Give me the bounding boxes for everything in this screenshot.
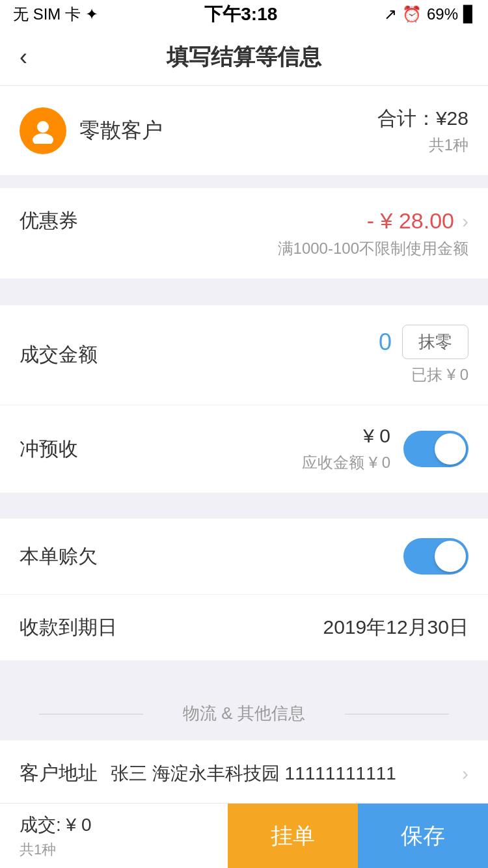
customer-name: 零散客户 xyxy=(79,116,163,145)
coupon-row[interactable]: 优惠券 - ¥ 28.00 › 满1000-100不限制使用金额 xyxy=(0,188,488,279)
bottom-info: 成交: ¥ 0 共1种 xyxy=(0,804,228,868)
coupon-section: 优惠券 - ¥ 28.00 › 满1000-100不限制使用金额 xyxy=(0,188,488,279)
customer-section: 零散客户 合计：¥28 共1种 xyxy=(0,86,488,175)
prepay-toggle[interactable] xyxy=(403,431,468,467)
coupon-chevron-icon: › xyxy=(462,210,468,232)
address-section[interactable]: 客户地址 张三 海淀永丰科技园 11111111111 › xyxy=(0,740,488,806)
customer-right: 合计：¥28 共1种 xyxy=(377,105,468,156)
no-sim-text: 无 SIM 卡 ✦ xyxy=(13,4,98,25)
battery-icon: ▊ xyxy=(463,5,475,23)
bottom-amount-value: ¥ 0 xyxy=(66,815,92,835)
prepay-toggle-knob xyxy=(435,433,466,465)
transaction-section: 成交金额 0 抹零 已抹 ¥ 0 冲预收 ¥ 0 应收金额 ¥ 0 xyxy=(0,305,488,493)
logistics-title: 物流 & 其他信息 xyxy=(183,703,305,723)
save-button[interactable]: 保存 xyxy=(358,804,488,868)
bottom-amount: 成交: ¥ 0 xyxy=(20,813,208,837)
deal-amount-value[interactable]: 0 xyxy=(379,329,392,356)
coupon-discount: - ¥ 28.00 xyxy=(367,208,454,234)
bottom-amount-label: 成交: xyxy=(20,815,61,835)
address-chevron-icon: › xyxy=(462,763,468,785)
address-value: 张三 海淀永丰科技园 11111111111 xyxy=(111,761,462,786)
nav-bar: ‹ 填写结算等信息 xyxy=(0,29,488,86)
battery-text: 69% xyxy=(427,5,458,23)
status-right: ↗ ⏰ 69% ▊ xyxy=(384,5,475,23)
hang-button[interactable]: 挂单 xyxy=(228,804,358,868)
due-date-label: 收款到期日 xyxy=(20,614,117,641)
svg-point-0 xyxy=(37,121,49,133)
customer-left: 零散客户 xyxy=(20,107,163,154)
due-date-value: 2019年12月30日 xyxy=(323,614,468,641)
deal-amount-row: 成交金额 0 抹零 已抹 ¥ 0 xyxy=(0,305,488,405)
divider-1 xyxy=(0,292,488,305)
location-icon: ↗ xyxy=(384,5,397,23)
divider-2 xyxy=(0,506,488,519)
bottom-count: 共1种 xyxy=(20,840,208,860)
prepay-sub: 应收金额 ¥ 0 xyxy=(302,452,390,473)
back-button[interactable]: ‹ xyxy=(20,44,27,71)
credit-toggle-knob xyxy=(435,541,466,572)
status-bar: 无 SIM 卡 ✦ 下午3:18 ↗ ⏰ 69% ▊ xyxy=(0,0,488,29)
address-label: 客户地址 xyxy=(20,760,98,787)
status-left: 无 SIM 卡 ✦ xyxy=(13,4,98,25)
address-row[interactable]: 客户地址 张三 海淀永丰科技园 11111111111 › xyxy=(0,740,488,806)
credit-label: 本单赊欠 xyxy=(20,543,98,570)
status-time: 下午3:18 xyxy=(204,2,277,27)
bottom-bar: 成交: ¥ 0 共1种 挂单 保存 xyxy=(0,803,488,868)
alarm-icon: ⏰ xyxy=(402,5,422,23)
credit-section: 本单赊欠 收款到期日 2019年12月30日 xyxy=(0,519,488,660)
round-off-button[interactable]: 抹零 xyxy=(402,325,468,359)
coupon-label: 优惠券 xyxy=(20,208,78,234)
deal-amount-sub: 已抹 ¥ 0 xyxy=(411,364,468,385)
prepay-label: 冲预收 xyxy=(20,436,78,463)
due-date-row: 收款到期日 2019年12月30日 xyxy=(0,595,488,660)
prepay-value: ¥ 0 xyxy=(363,425,390,447)
customer-count: 共1种 xyxy=(377,135,468,156)
person-icon xyxy=(30,118,56,144)
svg-point-1 xyxy=(33,133,53,144)
deal-amount-label: 成交金额 xyxy=(20,342,98,368)
prepay-row: 冲预收 ¥ 0 应收金额 ¥ 0 xyxy=(0,405,488,493)
page-title: 填写结算等信息 xyxy=(167,42,321,72)
logistics-header: 物流 & 其他信息 xyxy=(0,686,488,740)
customer-total: 合计：¥28 xyxy=(377,105,468,132)
coupon-description: 满1000-100不限制使用金额 xyxy=(278,238,468,259)
credit-toggle[interactable] xyxy=(403,538,468,575)
customer-avatar xyxy=(20,107,66,154)
credit-row: 本单赊欠 xyxy=(0,519,488,595)
divider-3 xyxy=(0,673,488,686)
